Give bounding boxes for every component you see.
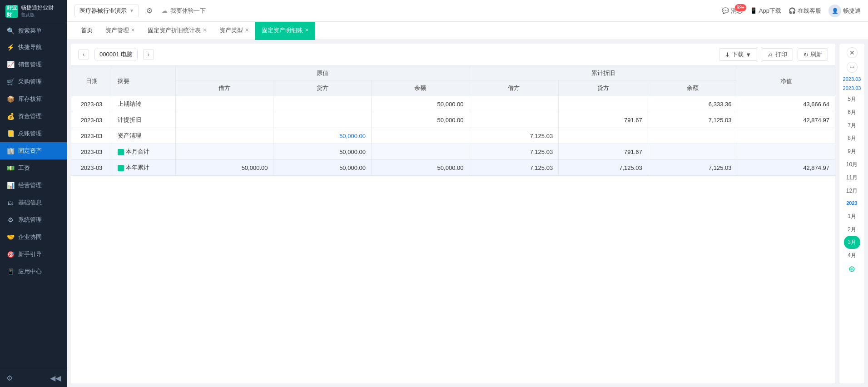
next-arrow[interactable]: › (143, 49, 154, 60)
cal-month-item[interactable]: 8月 (844, 132, 859, 145)
tab-asset-type-close[interactable]: ✕ (245, 27, 249, 33)
table-cell (737, 128, 835, 144)
refresh-icon: ↻ (804, 51, 808, 58)
table-cell-date: 2023-03 (71, 112, 112, 128)
cal-month-item[interactable]: 9月 (844, 145, 859, 158)
main-content: ‹ 000001 电脑 › ⬇ 下载 ▼ 🖨 打印 ↻ 刷新 (71, 44, 835, 383)
table-cell-summary: 上期结转 (112, 96, 176, 112)
tab-asset-mgmt[interactable]: 资产管理 ✕ (99, 22, 141, 40)
tab-asset-type[interactable]: 资产类型 ✕ (213, 22, 255, 40)
calendar-expand-btn[interactable]: ⤢ (844, 60, 860, 75)
ledger-icon: 📒 (6, 130, 15, 137)
prev-arrow[interactable]: ‹ (78, 49, 89, 60)
cal-month-item[interactable]: 5月 (844, 93, 859, 106)
table-cell-summary: 资产清理 (112, 128, 176, 144)
sidebar-label-finance: 资金管理 (18, 112, 42, 120)
toolbar-actions: ⬇ 下载 ▼ 🖨 打印 ↻ 刷新 (719, 48, 828, 61)
user-btn[interactable]: 👤 畅捷通 (828, 5, 861, 17)
sidebar-item-payroll[interactable]: 💵 工资 (0, 159, 67, 177)
table-cell: 791.67 (559, 144, 648, 160)
fixed-assets-icon: 🏢 (6, 147, 15, 154)
tab-home[interactable]: 首页 (74, 22, 99, 40)
sidebar-item-search[interactable]: 🔍 搜索菜单 (0, 23, 67, 39)
sidebar-item-fixed-assets[interactable]: 🏢 固定资产 (0, 142, 67, 159)
tab-asset-detail-label: 固定资产明细账 (262, 26, 303, 35)
sidebar-label-collab: 企业协同 (18, 233, 42, 241)
sidebar-item-inventory[interactable]: 📦 库存核算 (0, 90, 67, 108)
print-icon: 🖨 (768, 51, 774, 58)
settings-icon[interactable]: ⚙ (6, 374, 13, 382)
experience-btn[interactable]: ☁ 我要体验一下 (162, 7, 206, 15)
tab-depreciation[interactable]: 固定资产折旧统计表 ✕ (141, 22, 213, 40)
refresh-label: 刷新 (810, 50, 822, 59)
tab-depreciation-close[interactable]: ✕ (203, 27, 207, 33)
sidebar-item-guide[interactable]: 🎯 新手引导 (0, 246, 67, 263)
cal-month-item[interactable]: 4月 (844, 249, 860, 262)
table-cell: 50,000.00 (371, 112, 469, 128)
cal-month-item[interactable]: 3月 (844, 236, 860, 249)
sidebar-item-apps[interactable]: 📱 应用中心 (0, 263, 67, 280)
message-btn[interactable]: 💬 消息 99+ (722, 7, 743, 15)
system-icon: ⚙ (6, 216, 15, 223)
table-cell: 42,874.97 (737, 112, 835, 128)
table-cell: 50,000.00 (371, 96, 469, 112)
table-cell: 7,125.03 (469, 128, 559, 144)
sidebar-item-operations[interactable]: 📊 经营管理 (0, 177, 67, 194)
message-icon: 💬 (722, 7, 729, 14)
logo-area: 好业财 畅捷通好业财 普及版 (0, 0, 67, 23)
cal-top-label-2[interactable]: 2023.03 (843, 84, 861, 93)
sidebar-bottom: ⚙ ◀◀ (0, 369, 67, 387)
app-download-btn[interactable]: 📱 App下载 (750, 7, 781, 15)
cal-month-item[interactable]: 6月 (844, 106, 859, 119)
sidebar: 好业财 畅捷通好业财 普及版 🔍 搜索菜单 ⚡ 快捷导航 📈 销售管理 🛒 采购… (0, 0, 67, 387)
sidebar-item-sales[interactable]: 📈 销售管理 (0, 56, 67, 73)
print-label: 打印 (775, 50, 787, 59)
asset-code-tag: 000001 电脑 (94, 49, 138, 60)
sidebar-item-collab[interactable]: 🤝 企业协同 (0, 228, 67, 246)
table-cell (273, 96, 371, 112)
sidebar-item-purchase[interactable]: 🛒 采购管理 (0, 73, 67, 90)
table-cell-date: 2023-03 (71, 96, 112, 112)
collapse-icon[interactable]: ◀◀ (50, 374, 61, 382)
tab-asset-detail-close[interactable]: ✕ (305, 27, 309, 33)
company-selector[interactable]: 医疗器械行业演示 ▼ (74, 5, 139, 17)
cal-down-arrow[interactable]: ⊕ (848, 264, 855, 274)
sidebar-item-finance[interactable]: 💰 资金管理 (0, 108, 67, 125)
table-cell (559, 96, 648, 112)
app-edition: 普及版 (21, 12, 54, 18)
table-cell (469, 112, 559, 128)
sidebar-item-basic-info[interactable]: 🗂 基础信息 (0, 194, 67, 211)
calendar-close-btn[interactable]: ✕ (847, 47, 858, 58)
cal-month-item[interactable]: 11月 (844, 171, 859, 184)
table-cell (648, 144, 737, 160)
cal-month-item[interactable]: 1月 (844, 210, 860, 223)
avatar: 👤 (828, 5, 841, 17)
cal-month-item[interactable]: 10月 (844, 158, 859, 171)
sidebar-item-quick-nav[interactable]: ⚡ 快捷导航 (0, 39, 67, 56)
table-cell (737, 144, 835, 160)
cal-year-label[interactable]: 2023 (839, 197, 864, 209)
app-download-icon: 📱 (750, 7, 757, 14)
tab-asset-mgmt-close[interactable]: ✕ (131, 27, 135, 33)
tab-asset-detail[interactable]: 固定资产明细账 ✕ (255, 22, 315, 40)
cal-month-item[interactable]: 2月 (844, 223, 860, 236)
table-cell: 43,666.64 (737, 96, 835, 112)
cal-current-months: 1月2月3月4月 (844, 210, 860, 262)
guide-icon: 🎯 (6, 251, 15, 258)
cal-month-item[interactable]: 7月 (844, 119, 859, 132)
content-area: ‹ 000001 电脑 › ⬇ 下载 ▼ 🖨 打印 ↻ 刷新 (67, 40, 868, 387)
refresh-btn[interactable]: ↻ 刷新 (798, 48, 828, 61)
table-cell (273, 112, 371, 128)
th-ad-debit: 借方 (469, 80, 559, 96)
cal-month-item[interactable]: 12月 (844, 184, 859, 198)
print-btn[interactable]: 🖨 打印 (762, 48, 793, 61)
sidebar-item-system[interactable]: ⚙ 系统管理 (0, 211, 67, 228)
sidebar-item-ledger[interactable]: 📒 总账管理 (0, 125, 67, 142)
basic-info-icon: 🗂 (6, 199, 15, 206)
settings-gear-icon[interactable]: ⚙ (144, 5, 154, 17)
table-wrap: 日期 摘要 原值 累计折旧 净值 借方 贷方 余额 借方 贷方 余额 (71, 66, 835, 383)
download-btn[interactable]: ⬇ 下载 ▼ (719, 48, 757, 61)
online-service-btn[interactable]: 🎧 在线客服 (789, 7, 821, 15)
table-cell (176, 112, 273, 128)
cal-top-label-1[interactable]: 2023.03 (843, 74, 861, 84)
